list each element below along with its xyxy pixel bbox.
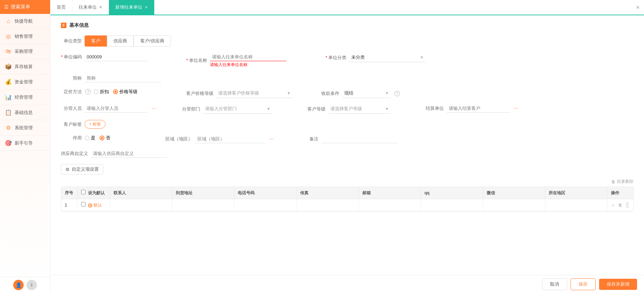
custom-settings-button[interactable]: ⚙ 自定义项设置 — [61, 164, 103, 174]
fax-input[interactable] — [300, 203, 355, 207]
tab-counterparty-label: 往来单位 — [79, 4, 97, 10]
cell-wechat[interactable] — [483, 199, 545, 211]
tab-new-counterparty-close[interactable]: ✕ — [144, 5, 148, 10]
manager-dots-btn[interactable]: ··· — [150, 105, 157, 112]
region-cell-input[interactable] — [549, 203, 604, 207]
sidebar-item-basic-info[interactable]: 📋 基础信息 — [0, 105, 50, 120]
form-content: F 基本信息 单位类型 客户 供应商 客户/供应商 单位编码 — [50, 15, 644, 275]
sidebar-bottom-btn-1[interactable]: 👤 — [13, 280, 24, 290]
unit-type-row: 单位类型 客户 供应商 客户/供应商 — [61, 35, 634, 47]
cell-email[interactable] — [359, 199, 421, 211]
sidebar-item-sales[interactable]: ◎ 销售管理 — [0, 29, 50, 44]
select-all-checkbox[interactable] — [81, 190, 86, 194]
row-drag-handle[interactable] — [626, 202, 629, 208]
cancel-button[interactable]: 取消 — [542, 278, 567, 290]
sidebar-bottom-btn-2[interactable]: ⬆ — [26, 280, 37, 290]
customer-price-placeholder: 请选择客户价格等级 — [218, 90, 259, 96]
manager-input[interactable] — [85, 104, 147, 113]
sidebar-item-newbie[interactable]: 🎯 新手引导 — [0, 136, 50, 151]
section-icon: F — [61, 23, 66, 28]
tab-counterparty-close[interactable]: ✕ — [99, 5, 102, 10]
cell-phone[interactable] — [234, 199, 297, 211]
cell-qq[interactable] — [421, 199, 483, 211]
add-row-icon[interactable]: ＋ — [611, 203, 615, 207]
search-icon: ☰ — [4, 4, 9, 10]
contact-input[interactable] — [113, 203, 168, 207]
unit-code-label: 单位编码 — [61, 54, 82, 60]
unit-category-field: 单位分类 未分类 ▼ — [325, 53, 437, 62]
unit-code-input[interactable] — [85, 53, 147, 61]
purchase-icon: 🛍 — [5, 48, 12, 55]
department-label: 分管部门 — [179, 106, 200, 112]
sidebar-item-label: 新手引导 — [15, 140, 33, 146]
payment-help-icon[interactable]: ? — [394, 91, 400, 96]
tab-new-counterparty[interactable]: 新增往来单位 ✕ — [109, 0, 155, 15]
manager-label: 分管人员 — [61, 105, 82, 112]
manager-row: 分管人员 ··· 分管部门 请输入分管部门 ▼ 客户等级 请选择客户等级 ▼ — [61, 104, 634, 114]
email-input[interactable] — [362, 203, 417, 207]
tab-bar-close-all[interactable]: ✕ — [632, 0, 644, 15]
remark-label: 备注 — [298, 136, 319, 142]
row-checkbox[interactable] — [81, 202, 86, 206]
type-btn-group: 客户 供应商 客户/供应商 — [85, 35, 171, 47]
tab-home[interactable]: 首页 — [50, 0, 72, 15]
tab-counterparty[interactable]: 往来单位 ✕ — [72, 0, 109, 15]
save-button[interactable]: 保存 — [571, 278, 596, 290]
region-input[interactable] — [195, 135, 265, 143]
pricing-option-discount[interactable]: 折扣 — [94, 89, 109, 95]
customer-price-select[interactable]: 请选择客户价格等级 ▼ — [216, 89, 293, 98]
cell-address[interactable] — [172, 199, 234, 211]
settings-btn-label: 自定义项设置 — [72, 166, 99, 172]
cell-region[interactable] — [545, 199, 607, 211]
col-region: 所在地区 — [545, 187, 607, 199]
batch-delete-btn[interactable]: 🗑 批量删除 — [61, 179, 634, 185]
unit-name-input[interactable] — [210, 53, 286, 61]
cell-fax[interactable] — [297, 199, 359, 211]
region-dots-btn[interactable]: ··· — [268, 136, 275, 142]
pricing-help-icon[interactable]: ? — [85, 89, 91, 95]
address-input[interactable] — [176, 203, 231, 207]
settlement-input[interactable] — [447, 104, 509, 113]
sidebar-item-label: 资金管理 — [15, 79, 33, 85]
unit-category-select[interactable]: 未分类 ▼ — [349, 53, 426, 62]
sidebar-item-quick-nav[interactable]: ⌂ 快捷导航 — [0, 14, 50, 29]
section-basic-info: F 基本信息 — [61, 22, 634, 29]
phone-input[interactable] — [238, 203, 293, 207]
add-tag-button[interactable]: + 标签 — [85, 120, 105, 129]
sidebar-item-finance[interactable]: 💰 资金管理 — [0, 74, 50, 90]
delete-row-icon[interactable]: 🗑 — [618, 203, 622, 207]
short-name-label: 简称 — [61, 75, 82, 81]
sidebar-item-operation[interactable]: 📊 经营管理 — [0, 90, 50, 105]
sidebar: ☰ 搜索菜单 ⌂ 快捷导航 ◎ 销售管理 🛍 采购管理 📦 库存核算 💰 资金管… — [0, 0, 50, 293]
unit-category-value: 未分类 — [351, 54, 365, 60]
col-contact: 联系人 — [110, 187, 172, 199]
sidebar-search[interactable]: ☰ 搜索菜单 — [0, 0, 50, 14]
disabled-option-yes[interactable]: 是 — [85, 135, 95, 141]
unit-type-label: 单位类型 — [61, 38, 82, 44]
short-name-input[interactable] — [85, 74, 161, 82]
type-btn-customer[interactable]: 客户 — [85, 35, 107, 47]
sidebar-item-purchase[interactable]: 🛍 采购管理 — [0, 44, 50, 59]
payment-select[interactable]: 现结 ▼ — [342, 89, 391, 98]
sidebar-item-system[interactable]: ⚙ 系统管理 — [0, 120, 50, 136]
qq-input[interactable] — [424, 203, 479, 207]
supplier-custom-field: 供应商自定义 — [61, 149, 634, 158]
department-select[interactable]: 请输入分管部门 ▼ — [203, 104, 273, 114]
wechat-input[interactable] — [487, 203, 542, 207]
type-btn-both[interactable]: 客户/供应商 — [134, 35, 171, 47]
remark-input[interactable] — [321, 135, 398, 143]
settlement-dots-btn[interactable]: ··· — [512, 105, 519, 112]
customer-level-select[interactable]: 请选择客户等级 ▼ — [328, 104, 391, 114]
department-chevron: ▼ — [267, 107, 270, 111]
type-btn-supplier[interactable]: 供应商 — [107, 35, 134, 47]
supplier-custom-input[interactable] — [91, 149, 167, 158]
cell-action: ＋ 🗑 — [607, 199, 633, 211]
sidebar-search-label: 搜索菜单 — [11, 4, 30, 10]
sidebar-item-inventory[interactable]: 📦 库存核算 — [0, 59, 50, 74]
tags-row: 客户标签 + 标签 — [61, 120, 634, 129]
disabled-option-no[interactable]: 否 — [100, 135, 110, 141]
save-new-button[interactable]: 保存并新增 — [599, 279, 637, 290]
unit-name-error: 请输入往来单位名称 — [210, 62, 286, 68]
pricing-option-price-level[interactable]: 价格等级 — [113, 89, 138, 95]
cell-contact[interactable] — [110, 199, 172, 211]
